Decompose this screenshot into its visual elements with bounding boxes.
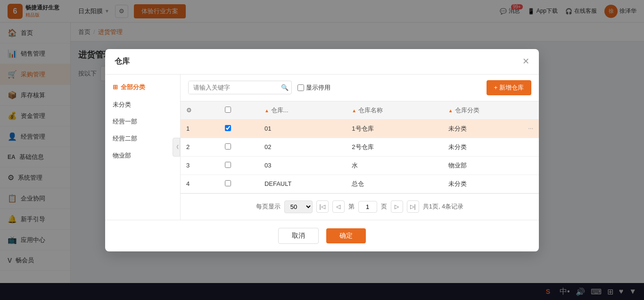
select-all-checkbox[interactable] <box>225 107 231 113</box>
show-disabled-label: 显示停用 <box>306 83 330 92</box>
table-body: 1 01 1号仓库 未分类 ··· 2 02 2号仓库 <box>181 119 539 193</box>
data-table: ⚙ ▲仓库... ▲仓库名称 ▲仓库分类 1 01 <box>181 101 539 193</box>
row-code: DEFAULT <box>259 175 346 193</box>
row-category: 未分类 <box>443 175 539 193</box>
new-warehouse-button[interactable]: + 新增仓库 <box>487 80 531 95</box>
modal-overlay[interactable]: 仓库 ✕ ⊞ 全部分类 未分类 经营一部 经营二部 物业部 《 <box>0 0 644 300</box>
row-name: 总仓 <box>346 175 442 193</box>
row-name: 水 <box>346 156 442 175</box>
row-check <box>219 175 259 193</box>
page-input[interactable] <box>358 201 377 213</box>
modal-close-button[interactable]: ✕ <box>522 57 529 66</box>
grid-icon: ⊞ <box>113 83 118 91</box>
row-name: 2号仓库 <box>346 138 442 156</box>
row-index: 4 <box>181 175 219 193</box>
row-index: 2 <box>181 138 219 156</box>
row-category: 未分类 <box>443 138 539 156</box>
row-checkbox[interactable] <box>225 143 231 150</box>
col-code: ▲仓库... <box>259 101 346 120</box>
chevron-left-icon: 《 <box>174 144 179 150</box>
table-toolbar: 🔍 显示停用 + 新增仓库 <box>181 75 539 101</box>
table-row[interactable]: 4 DEFAULT 总仓 未分类 <box>181 175 539 193</box>
table-row[interactable]: 3 03 水 物业部 <box>181 156 539 175</box>
category-item-ops1[interactable]: 经营一部 <box>105 113 180 130</box>
row-index: 3 <box>181 156 219 175</box>
modal-title: 仓库 <box>115 57 130 67</box>
modal-footer: 取消 确定 <box>105 220 539 251</box>
row-category: 未分类 ··· <box>443 119 539 138</box>
confirm-button[interactable]: 确定 <box>326 228 366 243</box>
category-header[interactable]: ⊞ 全部分类 <box>105 78 180 96</box>
col-settings: ⚙ <box>181 101 219 120</box>
table-header: ⚙ ▲仓库... ▲仓库名称 ▲仓库分类 <box>181 101 539 120</box>
page-suffix: 页 <box>381 202 387 211</box>
total-info: 共1页, 4条记录 <box>423 202 464 211</box>
row-checkbox[interactable] <box>225 180 231 186</box>
category-item-unclassified[interactable]: 未分类 <box>105 96 180 113</box>
category-item-ops2[interactable]: 经营二部 <box>105 130 180 147</box>
prev-page-button[interactable]: ◁ <box>332 200 345 213</box>
search-input-wrap: 🔍 <box>188 81 292 94</box>
modal-body: ⊞ 全部分类 未分类 经营一部 经营二部 物业部 《 🔍 <box>105 75 539 220</box>
row-category: 物业部 <box>443 156 539 175</box>
next-page-button[interactable]: ▷ <box>391 200 403 213</box>
col-checkbox <box>219 101 259 120</box>
table-row[interactable]: 2 02 2号仓库 未分类 <box>181 138 539 156</box>
category-item-property[interactable]: 物业部 <box>105 147 180 164</box>
category-header-label: 全部分类 <box>121 83 145 92</box>
col-category: ▲仓库分类 <box>443 101 539 120</box>
modal-header: 仓库 ✕ <box>105 49 539 75</box>
table-area: 🔍 显示停用 + 新增仓库 ⚙ <box>181 75 539 220</box>
pagination: 每页显示 50 100 200 |◁ ◁ 第 页 ▷ ▷| 共1页, 4条记录 <box>181 193 539 220</box>
row-code: 02 <box>259 138 346 156</box>
row-check <box>219 156 259 175</box>
warehouse-modal: 仓库 ✕ ⊞ 全部分类 未分类 经营一部 经营二部 物业部 《 <box>105 49 539 251</box>
row-checkbox[interactable] <box>225 125 231 131</box>
row-code: 03 <box>259 156 346 175</box>
table-row[interactable]: 1 01 1号仓库 未分类 ··· <box>181 119 539 138</box>
row-code: 01 <box>259 119 346 138</box>
row-check <box>219 119 259 138</box>
first-page-button[interactable]: |◁ <box>316 200 329 213</box>
row-name: 1号仓库 <box>346 119 442 138</box>
search-input[interactable] <box>189 81 277 94</box>
row-index: 1 <box>181 119 219 138</box>
per-page-label: 每页显示 <box>256 202 281 211</box>
category-collapse-button[interactable]: 《 <box>173 138 180 157</box>
category-sidebar: ⊞ 全部分类 未分类 经营一部 经营二部 物业部 《 <box>105 75 181 220</box>
cancel-button[interactable]: 取消 <box>278 228 319 244</box>
search-icon[interactable]: 🔍 <box>277 84 292 91</box>
row-check <box>219 138 259 156</box>
last-page-button[interactable]: ▷| <box>407 200 419 213</box>
warehouse-table: ⚙ ▲仓库... ▲仓库名称 ▲仓库分类 1 01 <box>181 101 539 193</box>
page-label: 第 <box>348 202 355 211</box>
row-checkbox[interactable] <box>225 162 231 168</box>
show-disabled-checkbox[interactable] <box>297 84 304 91</box>
per-page-select[interactable]: 50 100 200 <box>284 200 313 213</box>
show-disabled-wrap: 显示停用 <box>297 83 330 92</box>
col-name: ▲仓库名称 <box>346 101 442 120</box>
row-action-icon[interactable]: ··· <box>528 125 533 132</box>
